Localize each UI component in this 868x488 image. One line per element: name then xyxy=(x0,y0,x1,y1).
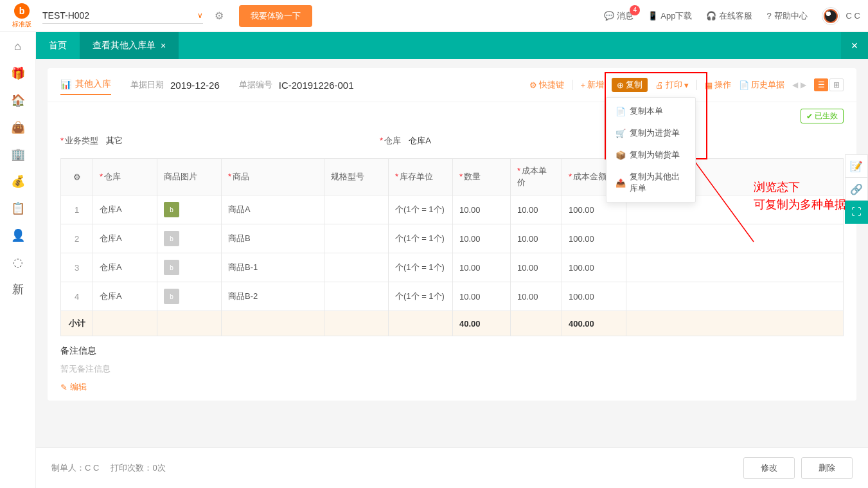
dropdown-copy-sales[interactable]: 📦 复制为销货单 xyxy=(607,144,695,166)
expand-icon[interactable]: ⛶ xyxy=(845,201,868,224)
copy-icon: ⊕ xyxy=(617,80,624,90)
headset-icon: 🎧 xyxy=(706,11,716,21)
table-row[interactable]: 3 仓库A b 商品B-1 个(1个 = 1个) 10.00 10.00 100… xyxy=(61,253,844,282)
new-button[interactable]: + 新增 xyxy=(580,79,604,91)
shortcut-link[interactable]: ⚙ 快捷键 xyxy=(529,79,564,91)
trial-button[interactable]: 我要体验一下 xyxy=(239,5,312,27)
app-download-link[interactable]: 📱 App下载 xyxy=(648,10,692,22)
col-cost-price: *成本单价 xyxy=(511,159,562,195)
copy-button[interactable]: ⊕ 复制 xyxy=(612,78,648,92)
col-product: *商品 xyxy=(222,159,324,195)
settings-icon[interactable]: ⚙ xyxy=(215,10,224,22)
doc-no-label: 单据编号 xyxy=(239,79,272,91)
company-selector[interactable]: TEST-H002 ∨ xyxy=(42,8,203,24)
copy-dropdown: 📄 复制本单 🛒 复制为进货单 📦 复制为销货单 xyxy=(606,97,696,203)
clipboard-icon[interactable]: 📋 xyxy=(12,202,24,215)
operate-button[interactable]: ▦ 操作 xyxy=(705,79,731,91)
row-number: 2 xyxy=(61,224,93,253)
print-button[interactable]: 🖨 打印 ▾ xyxy=(655,79,689,91)
row-number: 3 xyxy=(61,253,93,282)
remarks-empty: 暂无备注信息 xyxy=(60,363,844,375)
subtotal-amount: 400.00 xyxy=(562,311,626,336)
card-tab-other-inbound[interactable]: 📊 其他入库 xyxy=(60,75,111,95)
profile-icon[interactable]: 👤 xyxy=(12,229,24,242)
chevron-down-icon: ∨ xyxy=(197,11,203,20)
edit-icon: ✎ xyxy=(60,383,67,392)
biz-type-label: *业务类型 xyxy=(60,135,98,147)
money-icon[interactable]: 💰 xyxy=(12,175,24,188)
delete-button[interactable]: 删除 xyxy=(801,457,853,479)
view-list[interactable]: ☰ xyxy=(814,78,828,91)
loading-icon[interactable]: ◌ xyxy=(12,256,24,269)
right-sidebar: 📝 🔗 ⛶ xyxy=(845,154,868,224)
table-row[interactable]: 4 仓库A b 商品B-2 个(1个 = 1个) 10.00 10.00 100… xyxy=(61,282,844,311)
help-center-link[interactable]: ? 帮助中心 xyxy=(766,10,807,22)
bag-icon[interactable]: 👜 xyxy=(12,121,24,134)
help-icon: ? xyxy=(766,11,771,21)
cell-qty: 10.00 xyxy=(453,195,511,224)
cell-image: b xyxy=(157,224,222,253)
edit-remarks-link[interactable]: ✎ 编辑 xyxy=(60,381,844,393)
building-icon[interactable]: 🏢 xyxy=(12,148,24,161)
table-row[interactable]: 1 仓库A b 商品A 个(1个 = 1个) 10.00 10.00 100.0… xyxy=(61,195,844,224)
tab-close-icon[interactable]: × xyxy=(161,41,166,51)
cell-image: b xyxy=(157,195,222,224)
left-sidebar: ⌂ 🎁 🏠 👜 🏢 💰 📋 👤 ◌ 新 xyxy=(0,32,36,488)
view-grid[interactable]: ⊞ xyxy=(829,78,844,91)
dropdown-copy-other-out[interactable]: 📤 复制为其他出库单 xyxy=(607,166,695,199)
biz-type-value: 其它 xyxy=(106,135,123,147)
cell-price: 10.00 xyxy=(511,253,562,282)
prev-arrow[interactable]: ◀ xyxy=(792,80,798,89)
new-icon[interactable]: 新 xyxy=(12,283,24,296)
doc-icon: 📄 xyxy=(616,107,626,116)
gift-icon[interactable]: 🎁 xyxy=(12,67,24,80)
home-icon[interactable]: ⌂ xyxy=(12,40,24,53)
tab-current[interactable]: 查看其他入库单 × xyxy=(80,32,179,59)
cell-qty: 10.00 xyxy=(453,282,511,311)
tab-home[interactable]: 首页 xyxy=(36,32,80,59)
modify-button[interactable]: 修改 xyxy=(743,457,795,479)
cell-amount: 100.00 xyxy=(562,253,626,282)
cell-product: 商品A xyxy=(222,195,324,224)
cell-product: 商品B-2 xyxy=(222,282,324,311)
online-service-link[interactable]: 🎧 在线客服 xyxy=(706,10,752,22)
cell-spec xyxy=(324,224,389,253)
cell-price: 10.00 xyxy=(511,282,562,311)
history-button[interactable]: 📄 历史单据 xyxy=(739,79,784,91)
user-menu[interactable]: C C xyxy=(822,7,860,25)
close-all-tabs[interactable]: × xyxy=(841,32,868,59)
subtotal-row: 小计 40.00 400.00 xyxy=(61,311,844,336)
dropdown-copy-purchase[interactable]: 🛒 复制为进货单 xyxy=(607,122,695,144)
username: C C xyxy=(846,11,860,21)
dropdown-copy-this[interactable]: 📄 复制本单 xyxy=(607,100,695,122)
link-icon[interactable]: 🔗 xyxy=(845,177,868,201)
col-warehouse: *仓库 xyxy=(93,159,157,195)
tabs-bar: 首页 查看其他入库单 × × xyxy=(36,32,868,59)
plus-icon: + xyxy=(580,80,585,90)
table-row[interactable]: 2 仓库A b 商品B 个(1个 = 1个) 10.00 10.00 100.0… xyxy=(61,224,844,253)
cell-qty: 10.00 xyxy=(453,224,511,253)
row-settings-header[interactable]: ⚙ xyxy=(61,159,93,195)
logo[interactable]: b 标准版 xyxy=(8,3,36,29)
messages-link[interactable]: 💬 消息 4 xyxy=(604,10,633,22)
cell-product: 商品B xyxy=(222,224,324,253)
note-icon[interactable]: 📝 xyxy=(845,154,868,177)
cell-available xyxy=(626,282,844,311)
cell-unit: 个(1个 = 1个) xyxy=(389,253,453,282)
product-image-icon: b xyxy=(164,202,179,217)
logo-text: 标准版 xyxy=(12,20,31,29)
cell-warehouse: 仓库A xyxy=(93,282,157,311)
sales-icon: 📦 xyxy=(616,150,626,160)
gear-icon: ⚙ xyxy=(529,80,537,90)
date-label: 单据日期 xyxy=(130,79,164,91)
cell-available xyxy=(626,224,844,253)
col-quantity: *数量 xyxy=(453,159,511,195)
row-number: 4 xyxy=(61,282,93,311)
doc-no-value: IC-20191226-001 xyxy=(279,80,354,91)
house-icon[interactable]: 🏠 xyxy=(12,94,24,107)
col-stock-unit: *库存单位 xyxy=(389,159,453,195)
next-arrow[interactable]: ▶ xyxy=(801,80,806,89)
cell-available xyxy=(626,253,844,282)
col-product-image: 商品图片 xyxy=(157,159,222,195)
product-image-icon: b xyxy=(164,289,179,304)
